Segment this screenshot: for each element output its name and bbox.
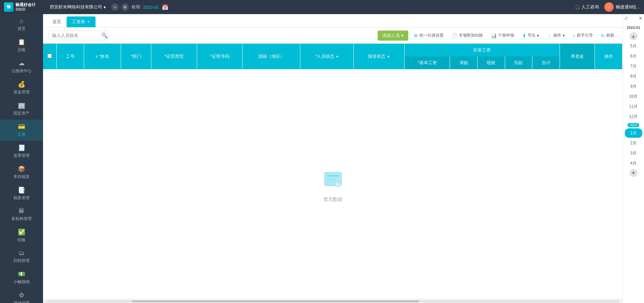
sidebar-label-ledger: 总账 xyxy=(17,47,26,53)
export-button[interactable]: ⬇ 导出 ▾ xyxy=(520,31,542,40)
sidebar-item-cloud-report[interactable]: ☁ 云报表中心 xyxy=(0,56,43,77)
app-title-group: 畅通好会计 旗舰版 xyxy=(15,2,36,12)
social-security-button[interactable]: ⚙ 统一社保设置 xyxy=(411,31,446,40)
tab-home[interactable]: 首页 xyxy=(47,16,67,27)
sidebar: ⌂ 首页 📋 总账 ☁ 云报表中心 💰 资金管理 🏢 固定资产 💳 工资 🧾 发… xyxy=(0,14,43,303)
panel-next-button[interactable]: ▼ xyxy=(630,169,638,177)
sidebar-label-home: 首页 xyxy=(17,26,26,32)
allowance-header: 津贴 xyxy=(450,56,478,69)
top-header: 畅 畅通好会计 旗舰版 西安虾米网络科技有限公司 ▾ ＋ ⚙ 账期 2023-0… xyxy=(0,0,644,14)
month-item-9[interactable]: 9月 xyxy=(625,82,642,91)
personal-tax-label: 个税申报 xyxy=(498,33,514,38)
panel-close-button[interactable]: ✕ xyxy=(639,15,643,21)
horizontal-scrollbar[interactable] xyxy=(43,299,622,303)
company-selector[interactable]: 西安虾米网络科技有限公司 ▾ xyxy=(47,3,109,11)
salary-table: 工号 ⇅ *姓名 *部门 *证照类型 *证照号码 国籍（地区） *人员状态 xyxy=(43,44,622,69)
sidebar-item-settlement[interactable]: ✅ 结账 xyxy=(0,225,43,246)
operate-button[interactable]: ⋮ 操作 ▾ xyxy=(544,31,567,40)
content-area: 首页 工资表 ✕ 🔍 添加人员 ▾ ⚙ 统一社保设置 📄 xyxy=(43,14,622,303)
right-panel: ✕ ⤢ 2023-01 ▲ 5月 6月 7月 8月 9月 10月 11月 12月… xyxy=(622,14,644,303)
special-deduct-button[interactable]: 📄 专项附加扣除 xyxy=(449,31,486,40)
sidebar-item-multi-org[interactable]: 🏛 多机构管理 xyxy=(0,204,43,225)
month-item-3[interactable]: 3月 xyxy=(625,148,642,158)
performance-header: 绩效 xyxy=(478,56,505,69)
person-status-header: *人员状态 ▼ xyxy=(300,44,354,69)
ledger-icon: 📋 xyxy=(18,38,25,46)
settings-icon[interactable]: ⚙ xyxy=(121,3,129,11)
company-name: 西安虾米网络科技有限公司 xyxy=(50,4,102,10)
sidebar-item-ledger[interactable]: 📋 总账 xyxy=(0,35,43,56)
export-icon: ⬇ xyxy=(522,33,526,38)
sidebar-label-multi-org: 多机构管理 xyxy=(11,216,32,222)
search-input[interactable] xyxy=(52,33,99,38)
settlement-icon: ✅ xyxy=(18,228,25,236)
inventory-icon: 📦 xyxy=(18,165,25,173)
sort-icon-name: ⇅ xyxy=(95,55,98,58)
svg-rect-3 xyxy=(327,181,334,182)
filter-icon-report-status[interactable]: ▼ xyxy=(387,55,390,58)
panel-expand-button[interactable]: ⤢ xyxy=(624,15,628,21)
scrollbar-track xyxy=(46,300,620,302)
user-profile[interactable]: U 畅捷通B组... xyxy=(604,2,640,12)
sidebar-item-inventory[interactable]: 📦 库存核算 xyxy=(0,162,43,183)
month-item-12[interactable]: 12月 xyxy=(625,112,642,121)
select-all-checkbox[interactable] xyxy=(47,54,52,58)
empty-state: ? 暂无数据 xyxy=(43,69,622,299)
sidebar-item-tax[interactable]: 📑 税务管理 xyxy=(0,183,43,204)
sidebar-item-home[interactable]: ⌂ 首页 xyxy=(0,14,43,35)
calendar-icon[interactable]: 📅 xyxy=(162,4,168,10)
sidebar-item-invoice[interactable]: 🧾 发票管理 xyxy=(0,141,43,162)
month-item-1[interactable]: 1月 xyxy=(625,128,642,138)
panel-period-label: 2023-01 xyxy=(625,24,641,32)
month-item-7[interactable]: 7月 xyxy=(625,61,642,71)
month-item-11[interactable]: 11月 xyxy=(625,102,642,111)
fund-icon: 💰 xyxy=(18,81,25,88)
svg-text:?: ? xyxy=(337,182,339,186)
personal-tax-icon: 📊 xyxy=(491,33,497,38)
filter-icon-person-status[interactable]: ▼ xyxy=(336,55,339,58)
sidebar-label-cloud-report: 云报表中心 xyxy=(11,68,32,74)
human-service-button[interactable]: 🎧 人工咨询 xyxy=(575,4,599,10)
home-icon: ⌂ xyxy=(20,17,24,25)
add-person-dropdown-icon: ▾ xyxy=(401,33,404,38)
empty-message: 暂无数据 xyxy=(324,197,342,203)
salary-group-header: 应发工资 xyxy=(404,44,560,56)
month-item-6[interactable]: 6月 xyxy=(625,51,642,61)
refresh-button[interactable]: ↻ 刷新 xyxy=(598,31,617,40)
sidebar-item-salary[interactable]: 💳 工资 xyxy=(0,120,43,141)
period-value[interactable]: 2023-01 xyxy=(143,5,159,10)
month-item-5[interactable]: 5月 xyxy=(625,41,642,51)
sidebar-item-expense[interactable]: 💵 小畅报销 xyxy=(0,267,43,288)
table-wrap: 工号 ⇅ *姓名 *部门 *证照类型 *证照号码 国籍（地区） *人员状态 xyxy=(43,44,622,303)
sidebar-label-fixed-asset: 固定资产 xyxy=(13,111,30,116)
add-person-button[interactable]: 添加人员 ▾ xyxy=(378,31,408,41)
guide-button[interactable]: ○ 新手引导 xyxy=(570,31,596,40)
sidebar-item-fund[interactable]: 💰 资金管理 xyxy=(0,77,43,98)
month-item-2[interactable]: 2月 xyxy=(625,138,642,148)
tab-salary-table[interactable]: 工资表 ✕ xyxy=(67,16,96,27)
export-dropdown-icon: ▾ xyxy=(537,33,539,38)
add-person-label: 添加人员 xyxy=(382,33,400,39)
sidebar-label-archive: 归档管理 xyxy=(13,258,30,264)
fixed-asset-icon: 🏢 xyxy=(18,102,25,109)
add-company-button[interactable]: ＋ xyxy=(111,3,119,11)
headset-icon: 🎧 xyxy=(575,5,580,10)
cert-no-header: *证照号码 xyxy=(197,44,242,69)
month-item-4[interactable]: 4月 xyxy=(625,159,642,168)
department-header: *部门 xyxy=(121,44,151,69)
sidebar-item-archive[interactable]: 🗂 归档管理 xyxy=(0,246,43,267)
month-item-10[interactable]: 10月 xyxy=(625,92,642,101)
sidebar-item-fixed-asset[interactable]: 🏢 固定资产 xyxy=(0,98,43,120)
month-item-8[interactable]: 8月 xyxy=(625,72,642,81)
special-deduct-label: 专项附加扣除 xyxy=(459,33,483,38)
period-label: 账期 xyxy=(131,4,140,10)
personal-tax-button[interactable]: 📊 个税申报 xyxy=(488,31,517,40)
refresh-label: 刷新 xyxy=(606,33,614,38)
panel-prev-button[interactable]: ▲ xyxy=(630,32,638,40)
sidebar-item-settings[interactable]: ⚙ 基础设置 xyxy=(0,288,43,303)
cert-type-header: *证照类型 xyxy=(151,44,197,69)
pension-header: 养老金 xyxy=(560,44,595,69)
tab-close-icon[interactable]: ✕ xyxy=(87,20,90,24)
sidebar-label-inventory: 库存核算 xyxy=(13,174,30,180)
deduction-header: 扣款 xyxy=(505,56,532,69)
